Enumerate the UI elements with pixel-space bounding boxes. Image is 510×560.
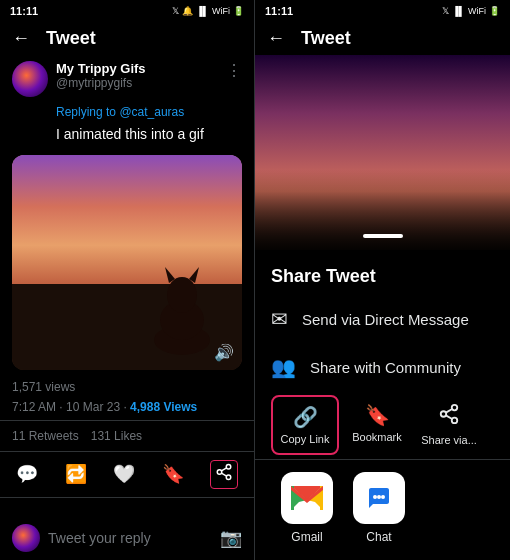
right-page-title: Tweet (301, 28, 351, 49)
svg-point-11 (441, 411, 447, 417)
share-community-label: Share with Community (310, 359, 461, 376)
share-title: Share Tweet (271, 266, 494, 287)
replying-to: Replying to @cat_auras (0, 103, 254, 121)
author-name: My Trippy Gifs (56, 61, 218, 76)
gmail-icon (281, 472, 333, 524)
right-status-icons: 𝕏 ▐▌ WiFi 🔋 (442, 6, 500, 16)
avatar[interactable] (12, 61, 48, 97)
status-time: 11:11 (10, 5, 38, 17)
left-panel: 11:11 𝕏 🔔 ▐▌ WiFi 🔋 ← Tweet My Trippy Gi… (0, 0, 255, 560)
status-icons: 𝕏 🔔 ▐▌ WiFi 🔋 (172, 6, 244, 16)
gif-image[interactable]: 🔊 (12, 155, 242, 370)
user-avatar (12, 524, 40, 552)
community-icon: 👥 (271, 355, 296, 379)
right-header: ← Tweet (255, 22, 510, 55)
battery-icon: 🔋 (233, 6, 244, 16)
retweets-stat: 11 Retweets (12, 429, 79, 443)
send-dm-option[interactable]: ✉ Send via Direct Message (255, 295, 510, 343)
notification-icon: 🔔 (182, 6, 193, 16)
svg-point-25 (381, 495, 385, 499)
header: ← Tweet (0, 22, 254, 55)
camera-icon[interactable]: 📷 (220, 527, 242, 549)
right-twitter-icon: 𝕏 (442, 6, 449, 16)
twitter-icon: 𝕏 (172, 6, 179, 16)
copy-link-icon: 🔗 (293, 405, 318, 429)
dm-icon: ✉ (271, 307, 288, 331)
right-wifi-icon: WiFi (468, 6, 486, 16)
svg-point-10 (452, 405, 458, 411)
gmail-label: Gmail (291, 530, 322, 544)
copy-link-label: Copy Link (281, 433, 330, 445)
reply-input[interactable]: Tweet your reply (48, 530, 212, 546)
chat-icon (353, 472, 405, 524)
svg-point-12 (452, 418, 458, 424)
chat-label: Chat (366, 530, 391, 544)
svg-point-24 (377, 495, 381, 499)
more-icon[interactable]: ⋮ (226, 61, 242, 80)
right-status-bar: 11:11 𝕏 ▐▌ WiFi 🔋 (255, 0, 510, 22)
icon-btn-row: 🔗 Copy Link 🔖 Bookmark Share via... (255, 391, 510, 459)
reply-box: Tweet your reply 📷 (0, 516, 254, 560)
app-grid: Gmail Chat (255, 459, 510, 556)
stats-row: 11 Retweets 131 Likes (0, 420, 254, 452)
chat-app-item[interactable]: Chat (343, 472, 415, 544)
like-icon[interactable]: 🤍 (113, 463, 135, 485)
share-via-label: Share via... (421, 434, 477, 446)
share-via-button[interactable]: Share via... (415, 395, 483, 455)
share-icon[interactable] (210, 460, 238, 489)
svg-point-5 (226, 464, 231, 469)
cat-silhouette (147, 265, 217, 355)
volume-icon[interactable]: 🔊 (214, 343, 234, 362)
signal-icon: ▐▌ (196, 6, 209, 16)
right-panel: 11:11 𝕏 ▐▌ WiFi 🔋 ← Tweet Share Tweet ✉ … (255, 0, 510, 560)
copy-link-button[interactable]: 🔗 Copy Link (271, 395, 339, 455)
author-handle: @mytrippygifs (56, 76, 218, 90)
drag-handle[interactable] (363, 234, 403, 238)
svg-point-23 (373, 495, 377, 499)
likes-stat: 131 Likes (91, 429, 142, 443)
back-button[interactable]: ← (12, 28, 30, 49)
svg-line-9 (221, 467, 226, 470)
bookmark-label: Bookmark (352, 431, 402, 443)
svg-line-14 (446, 409, 452, 413)
right-signal-icon: ▐▌ (452, 6, 465, 16)
svg-line-8 (221, 473, 226, 476)
svg-point-2 (167, 277, 197, 313)
bookmark-icon: 🔖 (365, 403, 390, 427)
share-via-icon (438, 403, 460, 430)
tweet-text: I animated this into a gif (0, 121, 254, 149)
action-bar: 💬 🔁 🤍 🔖 (0, 452, 254, 498)
right-battery-icon: 🔋 (489, 6, 500, 16)
right-back-button[interactable]: ← (267, 28, 285, 49)
status-bar: 11:11 𝕏 🔔 ▐▌ WiFi 🔋 (0, 0, 254, 22)
views-count: 1,571 views (0, 376, 254, 398)
bookmark-button[interactable]: 🔖 Bookmark (343, 395, 411, 455)
bookmark-icon[interactable]: 🔖 (162, 463, 184, 485)
retweet-icon[interactable]: 🔁 (65, 463, 87, 485)
svg-point-6 (217, 469, 222, 474)
timestamp-row: 7:12 AM · 10 Mar 23 · 4,988 Views (0, 398, 254, 416)
right-status-time: 11:11 (265, 5, 293, 17)
tweet-author-row: My Trippy Gifs @mytrippygifs ⋮ (0, 55, 254, 103)
tweet-preview (255, 55, 510, 250)
gmail-app-item[interactable]: Gmail (271, 472, 343, 544)
view-count-link[interactable]: 4,988 Views (130, 400, 197, 414)
reply-icon[interactable]: 💬 (16, 463, 38, 485)
send-dm-label: Send via Direct Message (302, 311, 469, 328)
author-info: My Trippy Gifs @mytrippygifs (56, 61, 218, 90)
svg-point-7 (226, 475, 231, 480)
share-community-option[interactable]: 👥 Share with Community (255, 343, 510, 391)
wifi-icon: WiFi (212, 6, 230, 16)
share-header: Share Tweet (255, 250, 510, 295)
svg-line-13 (446, 415, 452, 419)
reply-handle[interactable]: @cat_auras (119, 105, 184, 119)
timestamp: 7:12 AM · 10 Mar 23 · (12, 400, 127, 414)
page-title: Tweet (46, 28, 96, 49)
